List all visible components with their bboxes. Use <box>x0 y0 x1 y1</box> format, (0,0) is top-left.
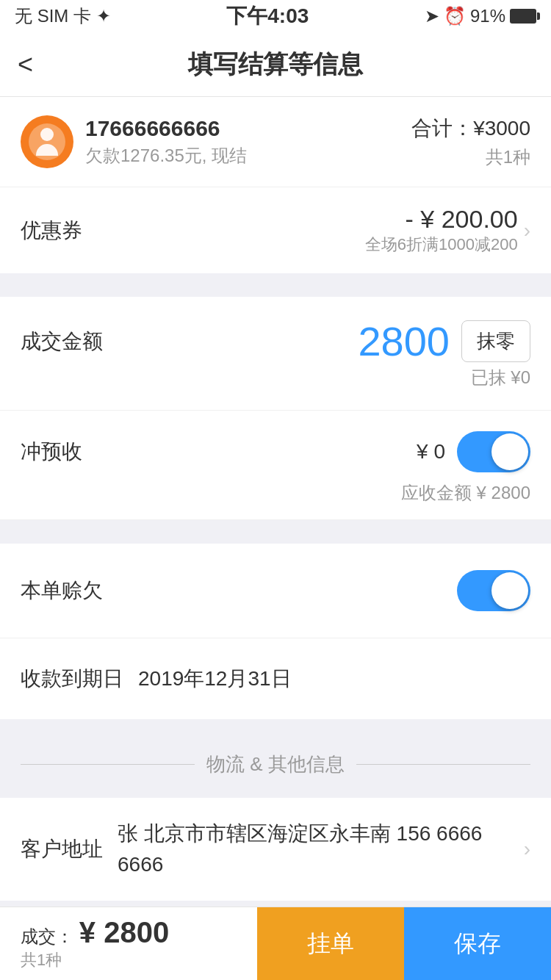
prepay-row: 冲预收 ¥ 0 应收金额 ¥ 2800 <box>0 411 551 520</box>
customer-phone: 17666666666 <box>85 116 247 141</box>
deal-amount-main: 成交金额 2800 抹零 <box>21 317 530 365</box>
already-rounded-text: 已抹 ¥0 <box>471 367 530 387</box>
avatar <box>21 115 73 168</box>
already-rounded: 已抹 ¥0 <box>21 365 530 389</box>
avatar-icon <box>29 123 65 160</box>
coupon-discount: - ¥ 200.00 <box>365 205 518 234</box>
address-label: 客户地址 <box>21 835 103 863</box>
total-count: 共1种 <box>411 145 530 169</box>
total-amount: 合计：¥3000 <box>411 115 530 143</box>
duedate-row: 收款到期日 2019年12月31日 <box>0 638 551 719</box>
deal-amount-row: 成交金额 2800 抹零 已抹 ¥0 <box>0 297 551 411</box>
hold-button[interactable]: 挂单 <box>257 907 404 981</box>
customer-row: 17666666666 欠款1276.35元, 现结 合计：¥3000 共1种 <box>0 97 551 187</box>
credit-label: 本单赊欠 <box>21 577 103 605</box>
customer-debt: 欠款1276.35元, 现结 <box>85 144 247 167</box>
credit-card: 本单赊欠 收款到期日 2019年12月31日 <box>0 544 551 719</box>
address-card: 客户地址 张 北京市市辖区海淀区永丰南 156 6666 6666 › <box>0 798 551 901</box>
chevron-right-icon: › <box>524 219 530 242</box>
status-left: 无 SIM 卡 ✦ <box>15 4 111 28</box>
prepay-toggle[interactable] <box>457 431 530 472</box>
section-divider-2 <box>0 532 551 544</box>
coupon-row[interactable]: 优惠券 - ¥ 200.00 全场6折满1000减200 › <box>0 187 551 273</box>
prepay-label: 冲预收 <box>21 438 82 466</box>
credit-toggle-knob <box>491 572 528 609</box>
deal-amount-card: 成交金额 2800 抹零 已抹 ¥0 冲预收 ¥ 0 <box>0 297 551 520</box>
battery-icon <box>510 9 536 24</box>
content-area: 17666666666 欠款1276.35元, 现结 合计：¥3000 共1种 … <box>0 97 551 980</box>
address-chevron-icon: › <box>524 837 530 861</box>
address-row[interactable]: 客户地址 张 北京市市辖区海淀区永丰南 156 6666 6666 › <box>0 798 551 901</box>
prepay-main: 冲预收 ¥ 0 <box>0 411 551 481</box>
header-line-left <box>21 764 195 765</box>
prepay-receivable: 应收金额 ¥ 2800 <box>0 481 551 519</box>
duedate-value: 2019年12月31日 <box>138 665 292 693</box>
deal-amount-value: 2800 <box>358 317 450 365</box>
coupon-label: 优惠券 <box>21 217 82 245</box>
prepay-amount: ¥ 0 <box>417 440 445 464</box>
round-button[interactable]: 抹零 <box>461 320 530 362</box>
deal-amount-right: 2800 抹零 <box>358 317 530 365</box>
save-button[interactable]: 保存 <box>404 907 551 981</box>
prepay-toggle-knob <box>491 433 528 470</box>
footer: 成交： ¥ 2800 共1种 挂单 保存 <box>0 907 551 980</box>
footer-info: 成交： ¥ 2800 共1种 <box>0 916 257 971</box>
footer-amount: ¥ 2800 <box>79 916 169 948</box>
header-line-right <box>356 764 530 765</box>
logistics-header-text: 物流 & 其他信息 <box>206 752 345 777</box>
deal-amount-label: 成交金额 <box>21 328 103 356</box>
page-title: 填写结算等信息 <box>188 48 363 82</box>
customer-left: 17666666666 欠款1276.35元, 现结 <box>21 115 247 168</box>
footer-deal-label: 成交： <box>21 926 73 946</box>
address-value: 张 北京市市辖区海淀区永丰南 156 6666 6666 <box>118 818 509 880</box>
credit-row: 本单赊欠 <box>0 544 551 638</box>
location-icon: ➤ <box>425 6 439 26</box>
status-bar: 无 SIM 卡 ✦ 下午4:03 ➤ ⏰ 91% <box>0 0 551 32</box>
customer-info: 17666666666 欠款1276.35元, 现结 <box>85 116 247 167</box>
duedate-label: 收款到期日 <box>21 665 123 693</box>
status-time: 下午4:03 <box>226 2 309 30</box>
alarm-icon: ⏰ <box>444 6 466 26</box>
coupon-right: - ¥ 200.00 全场6折满1000减200 › <box>365 205 530 256</box>
coupon-detail: 全场6折满1000减200 <box>365 234 518 256</box>
section-divider-1 <box>0 285 551 297</box>
footer-count: 共1种 <box>21 949 237 971</box>
coupon-info: - ¥ 200.00 全场6折满1000减200 <box>365 205 518 256</box>
nav-bar: < 填写结算等信息 <box>0 32 551 97</box>
footer-deal-line: 成交： ¥ 2800 <box>21 916 237 949</box>
customer-card: 17666666666 欠款1276.35元, 现结 合计：¥3000 共1种 … <box>0 97 551 273</box>
customer-total: 合计：¥3000 共1种 <box>411 115 530 169</box>
back-button[interactable]: < <box>18 49 33 80</box>
battery-text: 91% <box>470 6 505 26</box>
credit-toggle[interactable] <box>457 570 530 611</box>
sim-text: 无 SIM 卡 ✦ <box>15 4 111 28</box>
prepay-controls: ¥ 0 <box>417 431 530 472</box>
logistics-section-header: 物流 & 其他信息 <box>0 731 551 798</box>
status-right: ➤ ⏰ 91% <box>425 6 536 26</box>
